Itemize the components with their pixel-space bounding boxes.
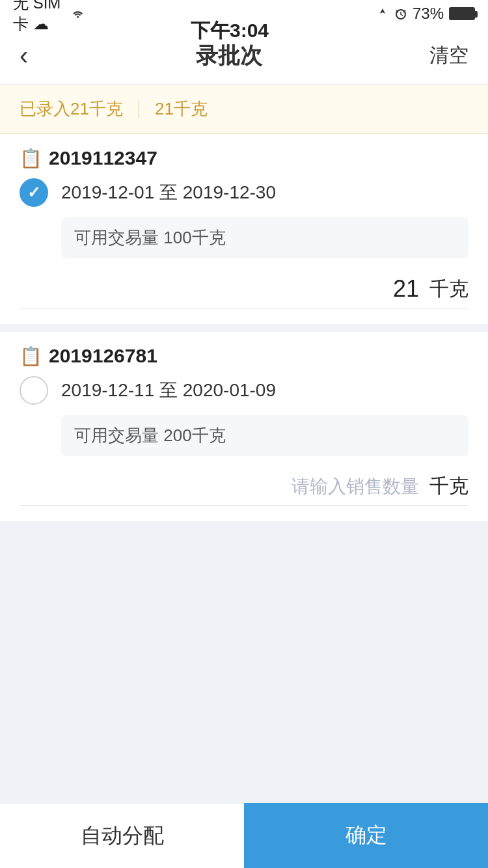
status-right: 73% [376, 5, 475, 23]
svg-point-0 [77, 16, 79, 18]
status-bar: 无 SIM 卡 ☁ 下午3:04 73% [0, 0, 488, 27]
radio-2[interactable] [20, 376, 48, 405]
input-row-2: 请输入销售数量 千克 [20, 463, 468, 506]
qty-placeholder-2[interactable]: 请输入销售数量 [20, 474, 419, 499]
status-left: 无 SIM 卡 ☁ [13, 0, 83, 34]
batch-header-2: 📋 2019126781 [20, 345, 468, 367]
batch-number-1: 2019112347 [49, 147, 157, 169]
sim-label: 无 SIM 卡 ☁ [13, 0, 67, 34]
qty-unit-1: 千克 [429, 276, 468, 303]
available-qty-2: 可用交易量 200千克 [61, 415, 468, 456]
recorded-label: 已录入21千克 [20, 98, 123, 120]
banner-divider [139, 100, 139, 118]
page-title: 录批次 [196, 41, 262, 71]
input-row-1: 21 千克 [20, 265, 468, 308]
confirm-button[interactable]: 确定 [244, 803, 488, 868]
qty-value-1[interactable]: 21 [367, 275, 419, 303]
recorded-value: 21千克 [155, 98, 208, 120]
batch-date-2: 2019-12-11 至 2020-01-09 [61, 378, 276, 403]
batch-date-1: 2019-12-01 至 2019-12-30 [61, 180, 276, 205]
separator [0, 324, 488, 332]
available-qty-1: 可用交易量 100千克 [61, 217, 468, 258]
batch-item-1: 📋 2019112347 2019-12-01 至 2019-12-30 可用交… [0, 134, 488, 324]
bottom-bar: 自动分配 确定 [0, 803, 488, 868]
batch-number-2: 2019126781 [49, 345, 157, 367]
battery-percent: 73% [413, 5, 444, 23]
empty-area [0, 521, 488, 814]
batch-date-row-1[interactable]: 2019-12-01 至 2019-12-30 [20, 178, 468, 207]
clear-button[interactable]: 清空 [429, 42, 468, 69]
radio-1[interactable] [20, 178, 48, 207]
batch-icon-2: 📋 [20, 346, 42, 367]
info-banner: 已录入21千克 21千克 [0, 85, 488, 134]
batch-item-2: 📋 2019126781 2019-12-11 至 2020-01-09 可用交… [0, 332, 488, 521]
back-button[interactable]: ‹ [20, 41, 28, 70]
batch-date-row-2[interactable]: 2019-12-11 至 2020-01-09 [20, 376, 468, 405]
location-icon [376, 7, 389, 20]
battery-icon [449, 7, 475, 20]
status-time: 下午3:04 [191, 18, 269, 44]
wifi-icon [72, 7, 83, 20]
batch-icon-1: 📋 [20, 148, 42, 169]
qty-unit-2: 千克 [429, 473, 468, 500]
auto-distribute-button[interactable]: 自动分配 [0, 803, 244, 868]
alarm-icon [394, 7, 407, 20]
batch-header-1: 📋 2019112347 [20, 147, 468, 169]
